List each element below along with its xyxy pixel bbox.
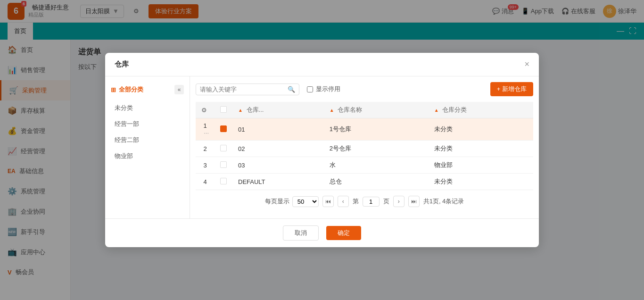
table-row[interactable]: 2 02 2号仓库 未分类	[196, 141, 533, 157]
table-body: 1 ··· 01 1号仓库 未分类 2 02 2号仓库 未分类 3 03 水 物…	[196, 118, 533, 190]
all-categories-button[interactable]: ⊞ 全部分类	[111, 85, 143, 94]
last-page-button[interactable]: ⏭	[408, 196, 420, 207]
warehouse-modal: 仓库 × ⊞ 全部分类 « 未分类 经营一部 经营二部 物业部	[105, 53, 539, 247]
row-check-icon[interactable]	[220, 125, 227, 132]
row-checkbox[interactable]	[215, 157, 232, 174]
left-toolbar: 🔍 显示停用	[196, 83, 340, 95]
th-checkbox	[215, 102, 232, 118]
row-code: DEFAULT	[232, 174, 324, 190]
category-item-property[interactable]: 物业部	[105, 148, 190, 164]
category-item-op1[interactable]: 经营一部	[105, 116, 190, 132]
sort-icon-name: ▲	[330, 108, 334, 113]
th-settings: ⚙	[196, 102, 215, 118]
prev-page-button[interactable]: ‹	[338, 196, 349, 207]
total-records: 共1页, 4条记录	[423, 197, 464, 206]
show-disabled-text: 显示停用	[316, 85, 340, 93]
row-index: 4	[196, 174, 215, 190]
row-check-icon[interactable]	[220, 178, 227, 184]
show-disabled-checkbox[interactable]	[307, 86, 313, 92]
table-toolbar: 🔍 显示停用 + 新增仓库	[196, 82, 533, 96]
row-name: 2号仓库	[324, 141, 429, 157]
modal-overlay: 仓库 × ⊞ 全部分类 « 未分类 经营一部 经营二部 物业部	[0, 0, 644, 300]
category-header: ⊞ 全部分类 «	[105, 82, 190, 97]
th-name: ▲ 仓库名称	[324, 102, 429, 118]
modal-title: 仓库	[115, 60, 129, 69]
next-page-button[interactable]: ›	[393, 196, 405, 207]
table-row[interactable]: 4 DEFAULT 总仓 未分类	[196, 174, 533, 190]
row-index: 3	[196, 157, 215, 174]
confirm-button[interactable]: 确定	[326, 226, 361, 240]
th-category: ▲ 仓库分类	[429, 102, 533, 118]
search-input[interactable]	[200, 86, 288, 93]
collapse-button[interactable]: «	[174, 85, 184, 94]
row-checkbox[interactable]	[215, 141, 232, 157]
row-category: 物业部	[429, 157, 533, 174]
row-code: 02	[232, 141, 324, 157]
modal-close-button[interactable]: ×	[524, 59, 529, 69]
page-number-input[interactable]	[363, 197, 380, 207]
page-prefix: 第	[353, 197, 359, 206]
sort-icon-category: ▲	[434, 108, 439, 113]
add-warehouse-button[interactable]: + 新增仓库	[490, 82, 533, 96]
category-item-unclassified[interactable]: 未分类	[105, 100, 190, 116]
row-index: 2	[196, 141, 215, 157]
cancel-button[interactable]: 取消	[283, 225, 319, 241]
page-suffix: 页	[383, 197, 389, 206]
per-page-select[interactable]: 50 100	[292, 196, 319, 207]
first-page-button[interactable]: ⏮	[322, 196, 334, 207]
modal-footer: 取消 确定	[105, 218, 539, 247]
category-sidebar: ⊞ 全部分类 « 未分类 经营一部 经营二部 物业部	[105, 76, 190, 218]
search-box: 🔍	[196, 83, 299, 95]
pagination: 每页显示 50 100 ⏮ ‹ 第 页 › ⏭ 共1页, 4条记录	[196, 190, 533, 213]
category-item-op2[interactable]: 经营二部	[105, 132, 190, 148]
table-row[interactable]: 3 03 水 物业部	[196, 157, 533, 174]
sort-icon-code: ▲	[238, 108, 243, 113]
show-disabled-label[interactable]: 显示停用	[307, 85, 340, 93]
row-category: 未分类	[429, 118, 533, 141]
row-name: 水	[324, 157, 429, 174]
row-category: 未分类	[429, 174, 533, 190]
warehouse-table: ⚙ ▲ 仓库... ▲ 仓库名称	[196, 102, 533, 190]
row-index: 1 ···	[196, 118, 215, 141]
header-checkbox[interactable]	[220, 106, 227, 113]
modal-header: 仓库 ×	[105, 53, 539, 76]
table-area: 🔍 显示停用 + 新增仓库 ⚙	[190, 76, 539, 218]
table-row[interactable]: 1 ··· 01 1号仓库 未分类	[196, 118, 533, 141]
row-code: 01	[232, 118, 324, 141]
column-settings-icon[interactable]: ⚙	[201, 107, 207, 114]
row-code: 03	[232, 157, 324, 174]
grid-icon: ⊞	[111, 86, 116, 93]
row-name: 1号仓库	[324, 118, 429, 141]
table-head: ⚙ ▲ 仓库... ▲ 仓库名称	[196, 102, 533, 118]
all-categories-label: 全部分类	[119, 85, 143, 94]
row-category: 未分类	[429, 141, 533, 157]
per-page-selector: 每页显示 50 100	[265, 196, 319, 207]
th-code: ▲ 仓库...	[232, 102, 324, 118]
row-checkbox[interactable]	[215, 174, 232, 190]
per-page-label: 每页显示	[265, 197, 289, 206]
modal-body: ⊞ 全部分类 « 未分类 经营一部 经营二部 物业部 🔍	[105, 76, 539, 218]
row-check-icon[interactable]	[220, 145, 227, 151]
row-check-icon[interactable]	[220, 161, 227, 168]
row-name: 总仓	[324, 174, 429, 190]
row-checkbox[interactable]	[215, 118, 232, 141]
search-icon[interactable]: 🔍	[288, 86, 295, 93]
